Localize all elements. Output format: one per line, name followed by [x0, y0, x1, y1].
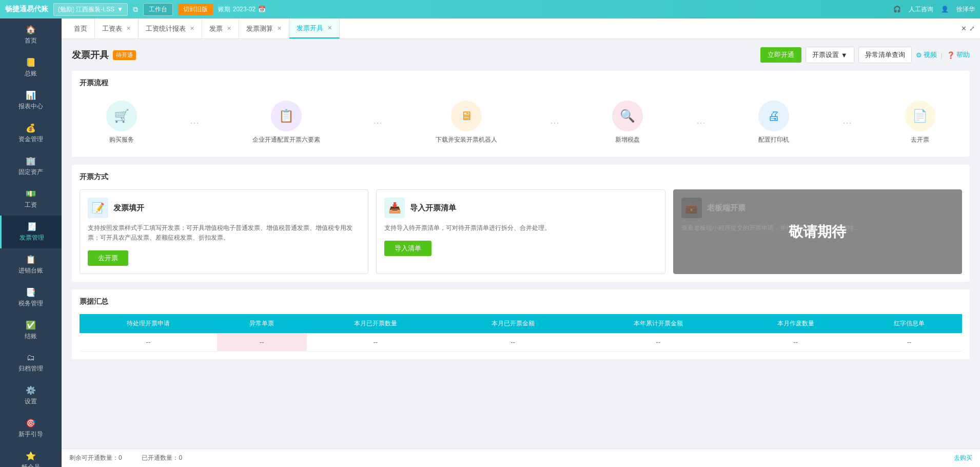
method-import-icon: 📥	[384, 198, 405, 218]
top-bar-left: 畅捷通易代账 (勉励) 江西服装-LSS ▼ ⧉ 工作台 切到旧版 账期 202…	[5, 3, 266, 16]
views-label: 视频	[924, 50, 937, 60]
abnormal-query-button[interactable]: 异常清单查询	[858, 47, 912, 63]
sidebar: 🏠 首页 📒 总账 📊 报表中心 💰 资金管理 🏢 固定资产 💵 工资	[0, 18, 62, 467]
support-label[interactable]: 人工咨询	[909, 5, 933, 14]
tab-salary-stats-label: 工资统计报表	[146, 24, 186, 33]
summary-section: 票据汇总 待处理开票申请 异常单票 本月已开票数量 本月已开票金额 本年累计开票…	[72, 289, 970, 359]
sidebar-label-assets: 固定资产	[18, 168, 43, 177]
sidebar-item-settle[interactable]: ✅ 结账	[0, 314, 62, 347]
funds-icon: 💰	[26, 123, 36, 133]
sidebar-item-ledger[interactable]: 📒 总账	[0, 51, 62, 84]
dropdown-icon: ▼	[117, 6, 123, 13]
sidebar-label-ledger: 总账	[25, 69, 37, 78]
arrow5: ⋯	[842, 117, 852, 128]
tab-actions: ✕ ⤢	[961, 25, 975, 32]
content-area: 首页 工资表 ✕ 工资统计报表 ✕ 发票 ✕ 发票测算	[62, 18, 980, 467]
period-selector[interactable]: 账期 2023-02 📅	[218, 5, 266, 14]
sidebar-item-invoice[interactable]: 🧾 发票管理	[0, 216, 62, 248]
views-button[interactable]: ⚙ 视频	[916, 50, 937, 60]
archive-icon: 🗂	[27, 353, 35, 362]
salary-icon: 💵	[26, 189, 36, 199]
step-configure-label: 企业开通配置开票六要素	[252, 135, 320, 144]
sidebar-item-home[interactable]: 🏠 首页	[0, 18, 62, 51]
method-manual-desc: 支持按照发票样式手工填写开发票；可开具增值税电子普通发票、增值税普通发票、增值税…	[88, 223, 360, 243]
assets-icon: 🏢	[26, 156, 36, 166]
company-selector[interactable]: (勉励) 江西服装-LSS ▼	[53, 3, 128, 16]
close-tab-icon[interactable]: ✕	[961, 25, 967, 32]
open-settings-button[interactable]: 开票设置 ▼	[806, 47, 854, 63]
buy-link[interactable]: 去购买	[954, 454, 972, 462]
tab-invoice-calc[interactable]: 发票测算 ✕	[239, 18, 289, 38]
sidebar-item-funds[interactable]: 💰 资金管理	[0, 117, 62, 150]
step-issue[interactable]: 📄 去开票	[905, 101, 935, 144]
sales-icon: 📋	[26, 255, 36, 264]
step-taxbox-label: 新增税盘	[615, 135, 640, 144]
method-card-import: 📥 导入开票清单 支持导入待开票清单，可对待开票清单进行拆分、合并处理。 导入清…	[376, 189, 665, 274]
step-configure[interactable]: 📋 企业开通配置开票六要素	[252, 101, 320, 144]
sidebar-label-tax: 税务管理	[18, 299, 43, 308]
copy-icon: ⧉	[133, 5, 138, 14]
settings-icon: ⚙️	[26, 385, 36, 395]
col-red-info: 红字信息单	[856, 314, 962, 333]
immediate-open-button[interactable]: 立即开通	[760, 47, 801, 63]
method-import-title: 导入开票清单	[410, 203, 456, 213]
process-flow-section: 开票流程 🛒 购买服务 ⋯ 📋 企业开通配置开票六要素 ⋯	[72, 71, 970, 157]
tab-invoice-tool-close[interactable]: ✕	[327, 25, 332, 31]
step-taxbox[interactable]: 🔍 新增税盘	[612, 101, 643, 144]
tab-salary-table[interactable]: 工资表 ✕	[95, 18, 139, 38]
tab-invoice-label: 发票	[209, 24, 223, 33]
step-buy-icon: 🛒	[106, 101, 137, 131]
sidebar-item-sales[interactable]: 📋 进销台账	[0, 248, 62, 281]
sidebar-item-assets[interactable]: 🏢 固定资产	[0, 150, 62, 183]
sidebar-item-member[interactable]: ⭐ 畅会员	[0, 445, 62, 467]
step-download[interactable]: 🖥 下载并安装开票机器人	[436, 101, 497, 144]
arrow4: ⋯	[696, 117, 705, 128]
help-button[interactable]: ❓ 帮助	[947, 50, 970, 60]
period-label: 账期	[218, 5, 230, 14]
invoice-methods-section: 开票方式 📝 发票填开 支持按照发票样式手工填写开发票；可开具增值税电子普通发票…	[72, 165, 970, 282]
sidebar-item-salary[interactable]: 💵 工资	[0, 183, 62, 216]
step-buy[interactable]: 🛒 购买服务	[106, 101, 137, 144]
tab-invoice-calc-label: 发票测算	[246, 24, 273, 33]
member-icon: ⭐	[26, 451, 36, 461]
val-abnormal: --	[217, 333, 307, 352]
top-bar-right: 🎧 人工咨询 👤 徐泽华	[893, 5, 975, 14]
sidebar-item-archive[interactable]: 🗂 归档管理	[0, 347, 62, 379]
expand-icon[interactable]: ⤢	[969, 25, 975, 32]
step-printer[interactable]: 🖨 配置打印机	[758, 101, 789, 144]
process-flow: 🛒 购买服务 ⋯ 📋 企业开通配置开票六要素 ⋯ 🖥 下载并安装开票机器人	[80, 95, 962, 149]
switch-old-button[interactable]: 切到旧版	[178, 4, 213, 15]
sidebar-item-tax[interactable]: 📑 税务管理	[0, 281, 62, 314]
tab-invoice-close[interactable]: ✕	[227, 25, 231, 32]
arrow2: ⋯	[373, 117, 382, 128]
tab-salary-stats[interactable]: 工资统计报表 ✕	[139, 18, 202, 38]
step-printer-label: 配置打印机	[758, 135, 789, 144]
support-icon: 🎧	[893, 6, 901, 13]
top-bar: 畅捷通易代账 (勉励) 江西服装-LSS ▼ ⧉ 工作台 切到旧版 账期 202…	[0, 0, 980, 18]
import-list-button[interactable]: 导入清单	[384, 241, 432, 256]
tab-home[interactable]: 首页	[67, 18, 95, 38]
method-manual-icon: 📝	[88, 198, 108, 218]
company-name: (勉励) 江西服装-LSS	[58, 5, 114, 14]
sidebar-label-settle: 结账	[25, 332, 37, 341]
tab-salary-table-close[interactable]: ✕	[126, 25, 131, 32]
tab-invoice-calc-close[interactable]: ✕	[277, 25, 282, 32]
col-pending: 待处理开票申请	[80, 314, 217, 333]
tab-invoice[interactable]: 发票 ✕	[202, 18, 239, 38]
tab-salary-table-label: 工资表	[102, 24, 122, 33]
sidebar-item-settings[interactable]: ⚙️ 设置	[0, 379, 62, 412]
divider1: |	[941, 51, 943, 59]
sidebar-item-reports[interactable]: 📊 报表中心	[0, 84, 62, 117]
tab-invoice-tool[interactable]: 发票开具 ✕	[289, 18, 340, 38]
workspace-button[interactable]: 工作台	[143, 3, 173, 16]
page-header: 发票开具 待开通 立即开通 开票设置 ▼ 异常清单查询 ⚙ 视频	[72, 47, 970, 63]
reports-icon: 📊	[26, 90, 36, 100]
sidebar-item-guide[interactable]: 🎯 新手引导	[0, 412, 62, 445]
calendar-icon: 📅	[258, 6, 266, 13]
go-issue-button[interactable]: 去开票	[88, 250, 128, 266]
method-import-header: 📥 导入开票清单	[384, 198, 657, 218]
tab-salary-stats-close[interactable]: ✕	[190, 25, 194, 32]
sidebar-label-archive: 归档管理	[18, 364, 43, 373]
header-actions: 立即开通 开票设置 ▼ 异常清单查询 ⚙ 视频 | ❓	[760, 47, 970, 63]
user-name[interactable]: 徐泽华	[956, 5, 975, 14]
